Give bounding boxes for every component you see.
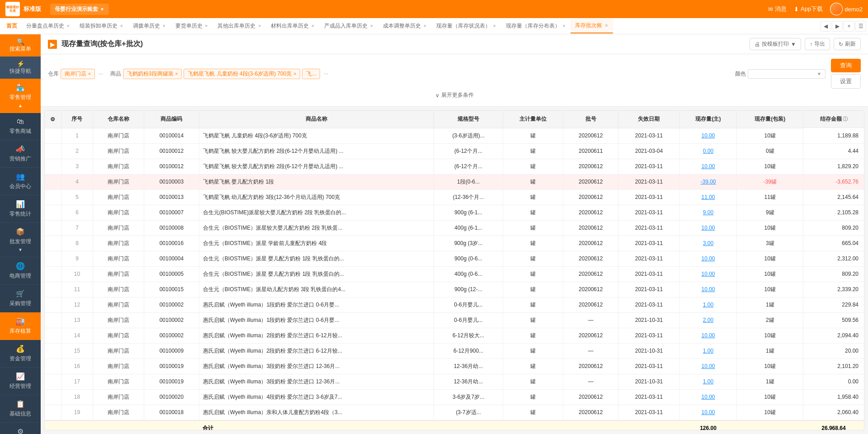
sidebar-item-marketing[interactable]: 📣 营销推广 [0, 140, 41, 168]
tab-transfer[interactable]: 调拨单历史 × [128, 19, 171, 33]
cell-stock-main-2[interactable]: 10.00 [679, 159, 736, 174]
sidebar-item-retail-stat[interactable]: 📊 零售统计 [0, 195, 41, 223]
footer-empty4 [563, 420, 618, 431]
cell-code-13: 00100002 [144, 328, 199, 343]
tab-product-in-close[interactable]: × [369, 23, 374, 29]
cell-stock-main-11[interactable]: 1.00 [679, 297, 736, 312]
setting-button[interactable]: 设置 [831, 74, 861, 89]
filter-expand-btn[interactable]: ▶ [48, 40, 57, 49]
sidebar-item-operations[interactable]: 📈 经营管理 [0, 368, 41, 395]
col-setting[interactable]: ⚙ [45, 111, 61, 128]
cell-stock-main-16[interactable]: 1.00 [679, 374, 736, 389]
cell-stock-main-6[interactable]: 10.00 [679, 220, 736, 236]
template-print-button[interactable]: 🖨 按模板打印 ▼ [750, 38, 801, 50]
balance-info-icon[interactable]: ⓘ [843, 116, 848, 123]
tab-cost-adjust-close[interactable]: × [423, 23, 427, 29]
sidebar-item-ecommerce[interactable]: 🌐 电商管理 [0, 257, 41, 285]
page-header: ▶ 现存量查询(按仓库+批次) 🖨 按模板打印 ▼ ↑ 导出 ↻ 刷新 [41, 34, 868, 54]
refresh-label: 刷新 [845, 40, 856, 48]
sidebar-item-inventory[interactable]: 🏭 库存核算 [0, 312, 41, 340]
tab-stock-status[interactable]: 现存量（库存状况表） × [432, 19, 501, 33]
goods-dots[interactable]: ··· [322, 71, 330, 77]
tab-cost-adjust[interactable]: 成本调整单历史 × [378, 19, 432, 33]
goods-tag-1-close[interactable]: × [175, 71, 178, 76]
warehouse-tag-close[interactable]: × [88, 71, 91, 76]
sidebar-quick[interactable]: ⚡ 快捷导航 [0, 57, 41, 79]
tab-requisition[interactable]: 要货单历史 × [171, 19, 213, 33]
sidebar-item-retail[interactable]: 🏪 零售管理 ▲ [0, 79, 41, 113]
cell-stock-main-3[interactable]: -39.00 [679, 174, 736, 189]
cell-stock-main-17[interactable]: 10.00 [679, 389, 736, 405]
goods-tag-1[interactable]: 飞鹤奶粉3段两罐装 × [123, 69, 182, 79]
col-expiry: 失效日期 [618, 111, 680, 128]
cell-batch-2: 20200612 [563, 159, 618, 174]
cell-unit-11: 罐 [503, 297, 563, 312]
sidebar-item-basics[interactable]: 📋 基础信息 [0, 395, 41, 423]
cell-stock-main-9[interactable]: 10.00 [679, 266, 736, 282]
tab-stock-dist[interactable]: 现存量（库存分布表） × [501, 19, 571, 33]
tab-batch-post-close[interactable]: × [604, 23, 609, 28]
tab-material-out[interactable]: 材料出库单历史 × [266, 19, 320, 33]
setting-icon[interactable]: ⚙ [50, 116, 55, 123]
warehouse-tag-nanganmendian[interactable]: 南岸门店 × [61, 69, 95, 79]
sidebar-item-system[interactable]: ⚙ 系统管理 [0, 423, 41, 434]
tab-other-out-close[interactable]: × [257, 23, 262, 29]
cell-stock-main-15[interactable]: 10.00 [679, 359, 736, 374]
tab-group-dismantling[interactable]: 组装拆卸单历史 × [75, 19, 128, 33]
cell-stock-main-7[interactable]: 3.00 [679, 236, 736, 251]
sidebar-item-purchase[interactable]: 🛒 采购管理 [0, 285, 41, 312]
cell-stock-main-1[interactable]: 0.00 [679, 143, 736, 159]
cell-balance-18: 2,060.40 [803, 405, 864, 420]
cell-stock-main-13[interactable]: 10.00 [679, 328, 736, 343]
cell-stock-main-12[interactable]: 2.00 [679, 312, 736, 328]
cell-stock-main-0[interactable]: 10.00 [679, 128, 736, 143]
sidebar-item-retail-store[interactable]: 🛍 零售商城 [0, 113, 41, 140]
goods-tag-2-close[interactable]: × [293, 71, 296, 76]
tab-requisition-close[interactable]: × [204, 23, 209, 29]
cell-warehouse-7: 南岸门店 [93, 236, 144, 251]
filter-expand-row[interactable]: ∨ 展开更多条件 [48, 89, 861, 102]
sidebar-item-member[interactable]: 👥 会员中心 [0, 168, 41, 195]
tab-nav-buttons: ◀ ▶ × ☰ [820, 21, 866, 32]
cell-stock-pkg-3: -39罐 [737, 174, 803, 189]
company-selector-wrap[interactable]: 母婴行业演示账套 ▼ [50, 4, 109, 15]
tab-group-dismantling-close[interactable]: × [119, 23, 124, 29]
cell-stock-main-5[interactable]: 9.00 [679, 205, 736, 220]
tab-nav-menu[interactable]: ☰ [855, 21, 866, 32]
tab-nav-prev[interactable]: ◀ [820, 21, 831, 32]
tab-home[interactable]: 首页 [2, 19, 22, 33]
tab-nav-next[interactable]: ▶ [832, 21, 843, 32]
sidebar-item-finance[interactable]: 💰 资金管理 [0, 340, 41, 368]
tab-stock-status-close[interactable]: × [492, 23, 497, 29]
tab-nav-close[interactable]: × [844, 21, 854, 32]
refresh-button[interactable]: ↻ 刷新 [834, 38, 861, 50]
cell-name-14: 惠氏启赋（Wyeth illuma）2段奶粉 爱尔兰进口 6-12月较... [199, 343, 434, 359]
goods-tag-2[interactable]: 飞鹤星飞帆 儿童奶粉 4段(3-6岁适用) 700克 × [184, 69, 300, 79]
goods-tag-more[interactable]: 飞... [302, 69, 320, 79]
cell-stock-main-8[interactable]: 10.00 [679, 251, 736, 266]
color-select-input[interactable]: ▼ [748, 69, 826, 79]
message-btn[interactable]: ✉ 消息 [768, 5, 787, 13]
sidebar-item-wholesale[interactable]: 📦 批发管理 ▼ [0, 223, 41, 257]
sidebar-purchase-label: 采购管理 [9, 300, 31, 307]
cell-stock-main-18[interactable]: 10.00 [679, 405, 736, 420]
tab-batch-post[interactable]: 库存批次账 × [571, 19, 613, 33]
tab-split-check[interactable]: 分量盘点单历史 × [22, 19, 75, 33]
cell-num-10: 11 [61, 282, 93, 297]
tab-stock-dist-close[interactable]: × [562, 23, 566, 29]
cell-stock-main-10[interactable]: 10.00 [679, 282, 736, 297]
user-info[interactable]: demo2 [830, 3, 863, 15]
cell-setting-3 [45, 174, 61, 189]
app-download-btn[interactable]: ⬇ App下载 [794, 5, 823, 13]
tab-product-in[interactable]: 产成品入库单历史 × [320, 19, 378, 33]
warehouse-dots[interactable]: ··· [97, 71, 105, 77]
tab-material-out-close[interactable]: × [311, 23, 315, 29]
query-button[interactable]: 查询 [831, 59, 861, 72]
tab-split-check-close[interactable]: × [66, 23, 71, 29]
export-button[interactable]: ↑ 导出 [805, 38, 830, 50]
tab-transfer-close[interactable]: × [162, 23, 166, 29]
sidebar-search[interactable]: 🔍 搜索菜单 [0, 34, 41, 57]
cell-stock-main-4[interactable]: 11.00 [679, 189, 736, 205]
tab-other-out[interactable]: 其他出库单历史 × [213, 19, 266, 33]
cell-stock-main-14[interactable]: 1.00 [679, 343, 736, 359]
